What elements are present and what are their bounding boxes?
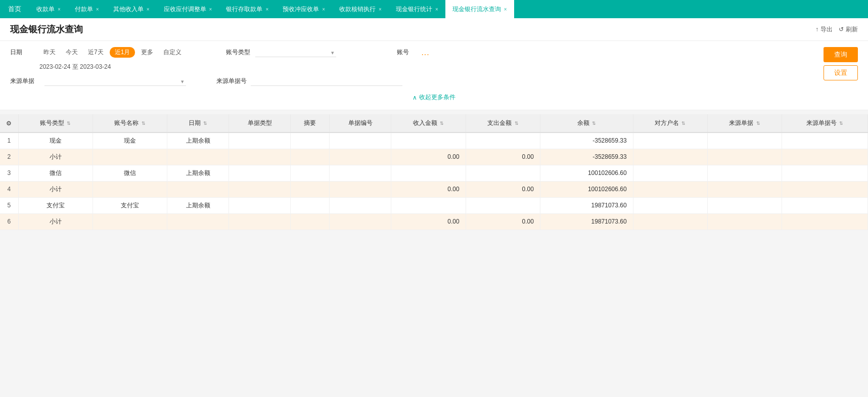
nav-home[interactable]: 首页 — [0, 0, 29, 18]
query-button[interactable]: 查询 — [824, 47, 858, 62]
cell-balance: 19871073.60 — [540, 197, 633, 213]
date-btn-1month[interactable]: 近1月 — [110, 47, 135, 58]
row-number: 4 — [0, 181, 18, 197]
cell-date — [167, 149, 229, 165]
col-date[interactable]: 日期 ⇅ — [167, 114, 229, 133]
date-btn-yesterday[interactable]: 昨天 — [39, 47, 60, 58]
close-tab-payments[interactable]: × — [96, 7, 99, 12]
nav-tab-receipts[interactable]: 收款单 × — [29, 0, 68, 18]
close-tab-verify[interactable]: × — [379, 7, 382, 12]
cell-counterpart — [633, 133, 707, 149]
col-summary: 摘要 — [291, 114, 330, 133]
nav-tab-bank[interactable]: 银行存取款单 × — [219, 0, 276, 18]
row-number: 1 — [0, 133, 18, 149]
cell-expense: 0.00 — [466, 181, 540, 197]
collapse-bar[interactable]: ∧ 收起更多条件 — [10, 91, 858, 106]
export-button[interactable]: ↑ 导出 — [815, 25, 833, 34]
cell-income — [391, 133, 466, 149]
col-gear[interactable]: ⚙ — [0, 114, 18, 133]
nav-tab-stats[interactable]: 现金银行统计 × — [389, 0, 445, 18]
cell-source-doc-no — [782, 165, 868, 181]
cell-doc-no — [330, 213, 391, 230]
close-tab-receipts[interactable]: × — [58, 7, 61, 12]
cell-doc-type — [229, 133, 291, 149]
cell-account-name — [93, 213, 167, 230]
close-tab-bank[interactable]: × — [265, 7, 268, 12]
cell-date — [167, 181, 229, 197]
sort-source-doc-icon: ⇅ — [756, 121, 760, 126]
cell-doc-no — [330, 197, 391, 213]
cell-income: 0.00 — [391, 181, 466, 197]
nav-tab-verify[interactable]: 收款核销执行 × — [332, 0, 389, 18]
cell-summary — [291, 197, 330, 213]
cell-source-doc-no — [782, 213, 868, 230]
sort-income-icon: ⇅ — [440, 121, 444, 126]
account-type-select[interactable] — [255, 48, 336, 57]
cell-doc-type — [229, 213, 291, 230]
close-tab-other-income[interactable]: × — [147, 7, 150, 12]
date-btn-7days[interactable]: 近7天 — [84, 47, 108, 58]
close-tab-prepay[interactable]: × — [322, 7, 325, 12]
date-btn-custom[interactable]: 自定义 — [159, 47, 186, 58]
nav-tab-ar-ap[interactable]: 应收应付调整单 × — [157, 0, 219, 18]
col-balance[interactable]: 余额 ⇅ — [540, 114, 633, 133]
sort-source-doc-no-icon: ⇅ — [839, 121, 843, 126]
col-income[interactable]: 收入金额 ⇅ — [391, 114, 466, 133]
col-account-type[interactable]: 账号类型 ⇅ — [18, 114, 93, 133]
cell-source-doc — [707, 213, 782, 230]
cell-expense: 0.00 — [466, 213, 540, 230]
cell-expense — [466, 197, 540, 213]
cell-balance: -3528659.33 — [540, 149, 633, 165]
table-section: ⚙ 账号类型 ⇅ 账号名称 ⇅ 日期 ⇅ 单据类型 摘要 — [0, 114, 868, 230]
cell-balance: 100102606.60 — [540, 181, 633, 197]
close-tab-cashflow[interactable]: × — [504, 7, 507, 12]
col-source-doc-no[interactable]: 来源单据号 ⇅ — [782, 114, 868, 133]
cell-doc-no — [330, 133, 391, 149]
cell-source-doc-no — [782, 149, 868, 165]
date-range-display: 2023-02-24 至 2023-03-24 — [39, 63, 111, 70]
filter-section: 日期 昨天 今天 近7天 近1月 更多 自定义 账号类型 账号 — [0, 41, 868, 110]
settings-button[interactable]: 设置 — [824, 65, 858, 80]
cell-date — [167, 213, 229, 230]
cell-income — [391, 165, 466, 181]
col-expense[interactable]: 支出金额 ⇅ — [466, 114, 540, 133]
cell-account-name: 微信 — [93, 165, 167, 181]
col-account-name[interactable]: 账号名称 ⇅ — [93, 114, 167, 133]
cell-source-doc-no — [782, 181, 868, 197]
filter-buttons: 查询 设置 — [824, 47, 858, 80]
source-doc-no-input[interactable] — [251, 76, 402, 86]
cell-balance: -3528659.33 — [540, 133, 633, 149]
source-doc-select[interactable] — [44, 76, 186, 86]
cell-account-type: 小计 — [18, 213, 93, 230]
close-tab-ar-ap[interactable]: × — [209, 7, 212, 12]
table-body: 1现金现金上期余额-3528659.332小计0.000.00-3528659.… — [0, 133, 868, 230]
account-dots-button[interactable]: ... — [421, 48, 429, 57]
nav-tab-other-income[interactable]: 其他收入单 × — [106, 0, 157, 18]
cell-expense: 0.00 — [466, 149, 540, 165]
collapse-label: 收起更多条件 — [419, 93, 455, 102]
nav-tab-payments[interactable]: 付款单 × — [68, 0, 106, 18]
sort-date-icon: ⇅ — [203, 121, 207, 126]
date-btn-today[interactable]: 今天 — [62, 47, 82, 58]
col-doc-no: 单据编号 — [330, 114, 391, 133]
gear-icon[interactable]: ⚙ — [6, 120, 12, 127]
cell-counterpart — [633, 197, 707, 213]
cell-account-type: 现金 — [18, 133, 93, 149]
cell-summary — [291, 149, 330, 165]
col-source-doc[interactable]: 来源单据 ⇅ — [707, 114, 782, 133]
nav-tab-prepay[interactable]: 预收冲应收单 × — [276, 0, 332, 18]
refresh-button[interactable]: ↺ 刷新 — [839, 25, 858, 34]
close-tab-stats[interactable]: × — [435, 7, 438, 12]
cell-counterpart — [633, 149, 707, 165]
table-row: 4小计0.000.00100102606.60 — [0, 181, 868, 197]
table-row: 6小计0.000.0019871073.60 — [0, 213, 868, 230]
cell-date: 上期余额 — [167, 133, 229, 149]
filter-row-date: 日期 昨天 今天 近7天 近1月 更多 自定义 账号类型 账号 — [10, 47, 824, 58]
col-doc-type: 单据类型 — [229, 114, 291, 133]
cell-counterpart — [633, 165, 707, 181]
col-counterpart[interactable]: 对方户名 ⇅ — [633, 114, 707, 133]
nav-tab-cashflow[interactable]: 现金银行流水查询 × — [445, 0, 514, 18]
date-btn-more[interactable]: 更多 — [137, 47, 157, 58]
sort-balance-icon: ⇅ — [592, 121, 596, 126]
row-number: 2 — [0, 149, 18, 165]
